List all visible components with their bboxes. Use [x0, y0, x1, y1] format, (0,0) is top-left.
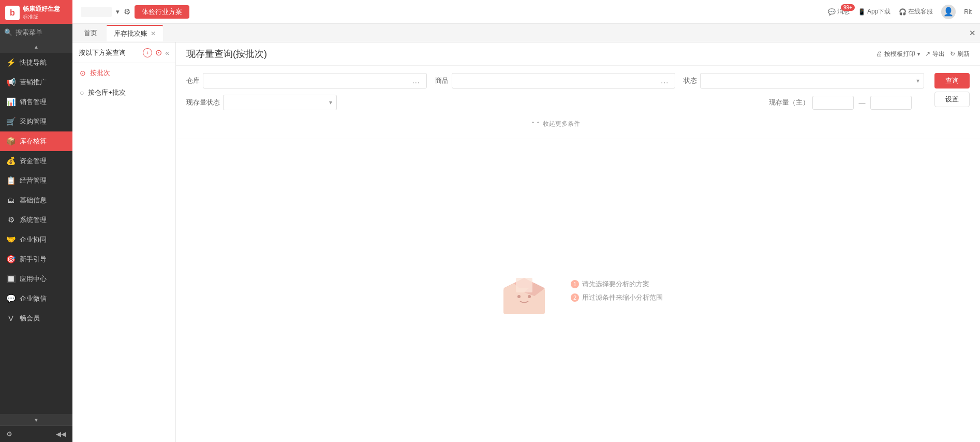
topbar-app[interactable]: 📱 App下载	[858, 7, 890, 16]
sidebar-item-enterprise[interactable]: 🤝 企业协同	[0, 230, 72, 249]
username[interactable]: Rit	[964, 8, 972, 16]
main-area: ▾ ⚙ 体验行业方案 💬 消息 99+ 📱 App下载 🎧 在线客服 👤 Rit	[72, 0, 980, 442]
stock-status-label: 现存量状态	[186, 98, 220, 107]
enterprise-icon: 🤝	[6, 235, 16, 244]
inventory-batch-tab-label: 库存批次账	[114, 29, 147, 38]
tab-inventory-batch[interactable]: 库存批次账 ✕	[107, 25, 163, 41]
filter-row-1: 仓库 … 商品 …	[186, 73, 924, 89]
company-name: 畅康通好生意	[23, 5, 60, 13]
warehouse-label: 仓库	[186, 76, 200, 85]
scroll-down-btn[interactable]: ▼	[31, 415, 41, 424]
scheme-settings-icon[interactable]: ⊙	[155, 48, 162, 57]
tab-home[interactable]: 首页	[77, 25, 105, 41]
collapse-label: 收起更多条件	[543, 120, 580, 128]
sidebar-item-purchase[interactable]: 🛒 采购管理	[0, 112, 72, 131]
add-scheme-btn[interactable]: +	[143, 48, 152, 57]
batch-scheme-label: 按批次	[90, 68, 110, 78]
print-btn[interactable]: 🖨 按模板打印 ▾	[876, 50, 920, 58]
topbar-msg[interactable]: 💬 消息 99+	[828, 7, 850, 16]
sidebar-item-vip[interactable]: V 畅会员	[0, 308, 72, 328]
stock-qty-divider: —	[857, 99, 867, 107]
print-chevron-icon: ▾	[917, 51, 920, 57]
sidebar-label-inventory: 库存核算	[20, 137, 47, 146]
svg-rect-4	[516, 278, 532, 292]
action-buttons: 查询 设置	[934, 73, 970, 107]
sidebar-label-operations: 经营管理	[20, 176, 47, 185]
collapse-chevron-icon: ⌃⌃	[530, 121, 541, 128]
sidebar-label-quicknav: 快捷导航	[20, 58, 47, 67]
stock-qty-min-input[interactable]	[812, 96, 854, 110]
sidebar-item-newbie[interactable]: 🎯 新手引导	[0, 249, 72, 269]
stock-qty-max-input[interactable]	[870, 96, 912, 110]
query-btn[interactable]: 查询	[934, 73, 970, 89]
filter-row-container: 仓库 … 商品 …	[186, 73, 970, 131]
app-logo: b	[5, 6, 20, 20]
scheme-item-warehouse-batch[interactable]: ○ 按仓库+批次	[72, 83, 175, 102]
sidebar-label-newbie: 新手引导	[20, 255, 47, 264]
sidebar-label-enterprise: 企业协同	[20, 235, 47, 244]
user-avatar[interactable]: 👤	[941, 5, 956, 19]
sidebar-search[interactable]: 🔍 搜索菜单	[0, 24, 72, 41]
export-label: 导出	[932, 50, 945, 58]
app-label: App下载	[867, 7, 890, 16]
refresh-icon: ↻	[950, 50, 955, 57]
settings-btn[interactable]: 设置	[934, 92, 970, 107]
product-label: 商品	[435, 76, 449, 85]
page-body: 按以下方案查询 + ⊙ « ⊙ 按批次 ○ 按仓库+批次 现存量查询(按批次)	[72, 42, 980, 442]
tip-text-2: 用过滤条件来缩小分析范围	[582, 291, 663, 304]
stock-qty-label: 现存量（主）	[769, 98, 809, 107]
sidebar-item-quicknav[interactable]: ⚡ 快捷导航	[0, 53, 72, 72]
sidebar-item-operations[interactable]: 📋 经营管理	[0, 171, 72, 190]
status-filter: 状态 ▾	[684, 73, 924, 89]
breadcrumb-dropdown-icon[interactable]: ▾	[116, 8, 120, 16]
sidebar-item-system[interactable]: ⚙ 系统管理	[0, 210, 72, 230]
sidebar-label-basic: 基础信息	[20, 196, 47, 205]
sidebar-item-marketing[interactable]: 📢 营销推广	[0, 72, 72, 92]
tip-num-1: 1	[571, 280, 579, 288]
sidebar-item-apps[interactable]: 🔲 应用中心	[0, 269, 72, 289]
sidebar-label-apps: 应用中心	[20, 274, 47, 284]
left-panel-header: 按以下方案查询 + ⊙ «	[72, 42, 175, 63]
sidebar-label-purchase: 采购管理	[20, 117, 47, 126]
status-select[interactable]: ▾	[700, 73, 924, 89]
search-icon: 🔍	[4, 28, 12, 36]
scroll-up-btn[interactable]: ▲	[31, 42, 41, 52]
print-label: 按模板打印	[884, 50, 915, 58]
page-title-bar: 现存量查询(按批次) 🖨 按模板打印 ▾ ↗ 导出 ↻ 刷新	[176, 42, 980, 66]
company-edition: 标准版	[23, 13, 60, 21]
warehouse-filter: 仓库 …	[186, 73, 427, 89]
tab-close-icon[interactable]: ✕	[151, 30, 156, 37]
sidebar-label-system: 系统管理	[20, 215, 47, 225]
wechat-icon: 💬	[6, 294, 16, 303]
refresh-btn[interactable]: ↻ 刷新	[950, 50, 970, 58]
topbar-gear-icon[interactable]: ⚙	[124, 7, 130, 17]
sidebar-item-inventory[interactable]: 📦 库存核算	[0, 131, 72, 151]
sales-icon: 📊	[6, 97, 16, 107]
sidebar-toggle-icon[interactable]: ◀◀	[56, 430, 66, 438]
experience-btn[interactable]: 体验行业方案	[135, 5, 189, 19]
warehouse-batch-scheme-icon: ○	[80, 89, 84, 97]
svg-point-6	[528, 295, 531, 298]
sidebar-item-finance[interactable]: 💰 资金管理	[0, 151, 72, 171]
sidebar-item-wechat[interactable]: 💬 企业微信	[0, 289, 72, 308]
sidebar-label-vip: 畅会员	[20, 314, 40, 323]
product-filter: 商品 …	[435, 73, 676, 89]
export-btn[interactable]: ↗ 导出	[925, 50, 945, 58]
sidebar-label-finance: 资金管理	[20, 156, 47, 166]
scheme-item-by-batch[interactable]: ⊙ 按批次	[72, 63, 175, 83]
stock-status-filter: 现存量状态 ▾	[186, 95, 759, 110]
sidebar-item-sales[interactable]: 📊 销售管理	[0, 92, 72, 112]
topbar-service[interactable]: 🎧 在线客服	[899, 7, 933, 16]
collapse-panel-icon[interactable]: «	[165, 49, 169, 57]
search-label: 搜索菜单	[16, 28, 42, 37]
sidebar-item-basic[interactable]: 🗂 基础信息	[0, 190, 72, 210]
collapse-more-btn[interactable]: ⌃⌃ 收起更多条件	[186, 116, 924, 131]
empty-illustration	[493, 262, 555, 319]
settings-icon[interactable]: ⚙	[6, 430, 12, 438]
stock-status-select[interactable]: ▾	[223, 95, 337, 110]
empty-state: 1 请先选择要分析的方案 2 用过滤条件来缩小分析范围	[176, 139, 980, 442]
product-more-icon[interactable]: …	[658, 76, 671, 85]
warehouse-more-icon[interactable]: …	[410, 76, 422, 85]
tabbar: 首页 库存批次账 ✕ ✕	[72, 24, 980, 42]
tab-close-all-btn[interactable]: ✕	[969, 28, 976, 38]
